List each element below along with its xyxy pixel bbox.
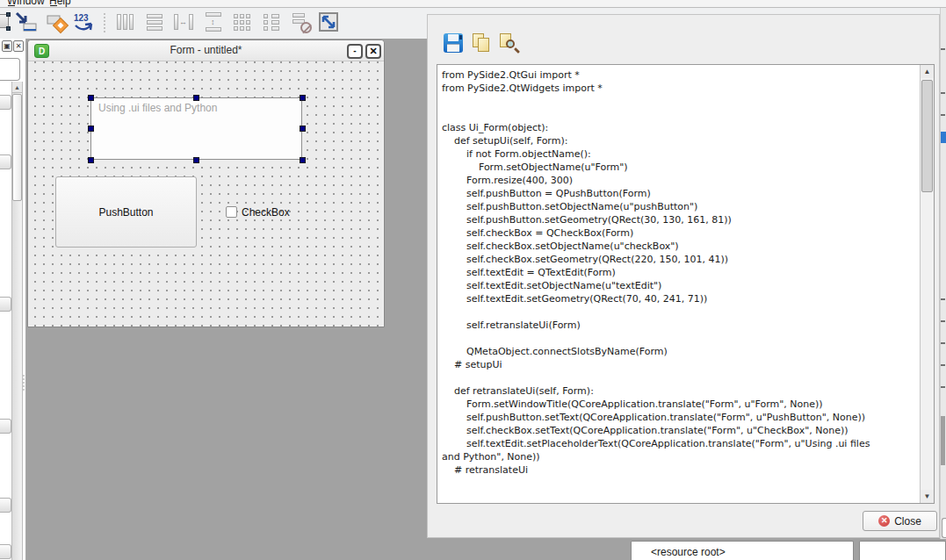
pushbutton-widget[interactable]: PushButton xyxy=(55,176,197,248)
resource-root-item[interactable]: <resource root> xyxy=(651,546,726,558)
floppy-glyph xyxy=(444,33,463,53)
scrollbar-thumb[interactable] xyxy=(921,80,933,192)
code-line xyxy=(442,305,918,319)
checkbox-label: CheckBox xyxy=(242,206,290,219)
panel-corner-sliver xyxy=(942,518,946,538)
widget-category-button[interactable] xyxy=(0,95,11,110)
selection-handle[interactable] xyxy=(300,95,306,101)
code-line: and Python", None)) xyxy=(442,450,918,463)
tree-branch-tick xyxy=(941,92,945,94)
menu-bar: Window Help xyxy=(0,0,946,8)
textedit-widget[interactable]: Using .ui files and Python xyxy=(90,97,302,160)
code-line: from PySide2.QtGui import * xyxy=(442,68,918,82)
widget-category-button[interactable] xyxy=(0,498,11,513)
code-line: # retranslateUi xyxy=(442,463,918,477)
scroll-down-icon[interactable]: ▼ xyxy=(921,490,934,503)
code-line: self.textEdit.setObjectName(u"textEdit") xyxy=(442,279,918,292)
edit-widgets-icon[interactable] xyxy=(0,11,11,34)
diagonal-resize-glyph xyxy=(317,11,341,34)
layout-split-horizontal-icon[interactable]: ↔ xyxy=(172,11,196,34)
layout-split-vertical-icon[interactable]: ↕ xyxy=(202,11,226,34)
scrollbar-thumb[interactable] xyxy=(12,94,22,201)
close-button[interactable]: ✕ Close xyxy=(863,511,937,531)
code-line xyxy=(442,95,918,108)
form-editor-window: D Form - untitled* - ✕ Using .ui files a… xyxy=(27,39,385,327)
copy-all-icon[interactable] xyxy=(472,33,492,54)
code-line: if not Form.objectName(): xyxy=(442,147,918,161)
tree-branch-tick xyxy=(941,48,945,50)
code-line: self.textEdit.setGeometry(QRect(70, 40, … xyxy=(442,292,918,305)
selection-handle[interactable] xyxy=(88,95,94,101)
selection-handle[interactable] xyxy=(193,157,199,163)
signal-arrow-glyph xyxy=(14,11,38,34)
code-line: self.pushButton.setGeometry(QRect(30, 13… xyxy=(442,213,918,226)
code-viewer[interactable]: from PySide2.QtGui import *from PySide2.… xyxy=(437,64,935,504)
save-icon[interactable] xyxy=(444,33,464,54)
tree-branch-tick xyxy=(941,364,945,366)
code-line: QMetaObject.connectSlotsByName(Form) xyxy=(442,345,918,358)
code-line: self.pushButton = QPushButton(Form) xyxy=(442,187,918,200)
selection-handle[interactable] xyxy=(88,126,94,132)
textedit-placeholder: Using .ui files and Python xyxy=(98,102,217,114)
code-line: Form.setObjectName(u"Form") xyxy=(442,161,918,174)
widget-filter-input[interactable] xyxy=(0,58,20,81)
selection-handle[interactable] xyxy=(193,95,199,101)
find-icon[interactable] xyxy=(499,33,519,54)
code-line: from PySide2.QtWidgets import * xyxy=(442,82,918,95)
form-window-titlebar[interactable]: D Form - untitled* - ✕ xyxy=(28,40,384,61)
code-line: self.checkBox.setObjectName(u"checkBox") xyxy=(442,240,918,253)
widget-box-scrollbar[interactable]: ▲ xyxy=(11,82,23,560)
edit-tab-order-icon[interactable]: 123 xyxy=(72,11,96,34)
selection-handle[interactable] xyxy=(300,126,306,132)
code-line: self.pushButton.setText(QCoreApplication… xyxy=(442,411,918,424)
checkbox-widget[interactable]: CheckBox xyxy=(222,194,311,230)
form-minimize-button[interactable]: - xyxy=(347,44,363,59)
code-scrollbar[interactable]: ▲ ▼ xyxy=(920,65,934,503)
form-canvas[interactable]: Using .ui files and Python PushButton Ch… xyxy=(28,61,384,327)
edit-signals-slots-icon[interactable] xyxy=(14,11,38,34)
dock-close-icon[interactable]: ✕ xyxy=(13,40,24,52)
code-preview-dialog: from PySide2.QtGui import *from PySide2.… xyxy=(427,14,940,538)
code-line xyxy=(442,371,918,384)
buddy-tag-glyph xyxy=(46,11,69,34)
layout-vertically-icon[interactable] xyxy=(143,11,167,34)
break-layout-icon[interactable] xyxy=(289,11,313,34)
close-button-label: Close xyxy=(894,515,921,528)
tree-branch-tick xyxy=(941,298,945,300)
resource-browser-panel: <resource root> xyxy=(631,541,854,560)
dock-float-icon[interactable]: ▣ xyxy=(2,40,12,52)
layout-grid-icon[interactable] xyxy=(231,11,255,34)
form-close-button[interactable]: ✕ xyxy=(365,44,381,59)
code-line: self.checkBox.setGeometry(QRect(220, 150… xyxy=(442,253,918,266)
code-line: def setupUi(self, Form): xyxy=(442,134,918,147)
tree-branch-tick xyxy=(941,114,945,116)
scroll-up-icon[interactable]: ▲ xyxy=(12,82,22,93)
adjust-size-icon[interactable] xyxy=(317,11,341,34)
svg-text:123: 123 xyxy=(74,13,89,23)
checkbox-indicator[interactable] xyxy=(226,206,237,218)
selection-handle[interactable] xyxy=(300,157,306,163)
tree-branch-tick xyxy=(941,342,945,344)
tree-branch-tick xyxy=(941,320,945,322)
widget-category-button[interactable] xyxy=(0,419,11,434)
widget-box-panel: ▣ ✕ ▲ xyxy=(0,39,26,560)
tree-branch-tick xyxy=(941,386,945,388)
code-line: self.pushButton.setObjectName(u"pushButt… xyxy=(442,200,918,213)
code-line: self.retranslateUi(Form) xyxy=(442,319,918,332)
code-line: self.textEdit.setPlaceholderText(QCoreAp… xyxy=(442,437,918,450)
edit-buddies-icon[interactable] xyxy=(46,11,69,34)
widget-category-button[interactable] xyxy=(0,154,11,169)
widget-category-button[interactable] xyxy=(0,297,11,312)
qt-designer-screen: { "menu_bar": { "items": ["Window", "Hel… xyxy=(0,0,946,560)
layout-horizontally-icon[interactable] xyxy=(114,11,138,34)
layout-form-icon[interactable] xyxy=(260,11,284,34)
scrollbar-thumb-sliver[interactable] xyxy=(941,416,945,465)
scroll-up-icon[interactable]: ▲ xyxy=(921,65,934,78)
selection-handle[interactable] xyxy=(88,157,94,163)
form-window-title: Form - untitled* xyxy=(28,44,384,56)
selected-row-sliver[interactable] xyxy=(941,132,946,143)
widget-category-button[interactable] xyxy=(0,544,11,559)
code-line: Form.setWindowTitle(QCoreApplication.tra… xyxy=(442,398,918,411)
code-line: self.checkBox = QCheckBox(Form) xyxy=(442,226,918,240)
splitter-handle[interactable] xyxy=(23,375,25,391)
